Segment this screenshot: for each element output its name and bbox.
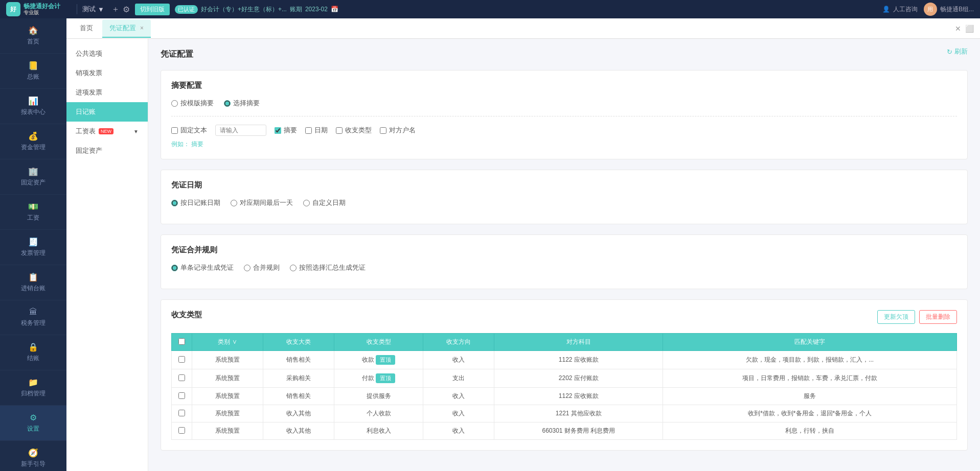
report-icon: 📊 xyxy=(28,96,38,106)
left-nav-fixed-asset[interactable]: 固定资产 xyxy=(66,141,148,160)
table-row: 系统预置 销售相关 收款 置顶 收入 1122 应收账款 欠款，现金，项目款，到… xyxy=(172,351,957,369)
sidebar-item-close[interactable]: 🔒 结账 xyxy=(0,335,66,370)
radio-select[interactable]: 选择摘要 xyxy=(224,99,260,108)
content-area: 首页 凭证配置 × ✕ ⬜ 公共选项 销项发票 进项发 xyxy=(66,18,980,471)
sidebar-item-guide[interactable]: 🧭 新手引导 xyxy=(0,441,66,471)
archive-icon: 📁 xyxy=(28,378,38,387)
left-nav-public[interactable]: 公共选项 xyxy=(66,44,148,63)
sidebar-item-purchase[interactable]: 📋 进销台账 xyxy=(0,265,66,300)
radio-merge-input[interactable] xyxy=(244,265,250,271)
radio-merge[interactable]: 合并规则 xyxy=(244,263,280,272)
left-nav-payroll[interactable]: 工资表 NEW ▼ xyxy=(66,122,148,141)
top-tag-btn[interactable]: 置顶 xyxy=(376,355,395,365)
row-checkbox[interactable] xyxy=(178,374,185,381)
company-selector[interactable]: 测试 ▼ xyxy=(82,5,104,14)
refresh-btn[interactable]: ↻ 刷新 xyxy=(947,47,968,56)
td-major: 销售相关 xyxy=(263,351,334,369)
left-nav-sales-label: 销项发票 xyxy=(76,68,102,78)
date-radio-group: 按日记账日期 对应期间最后一天 自定义日期 xyxy=(171,198,957,207)
radio-select-merge[interactable]: 按照选择汇总生成凭证 xyxy=(290,263,366,272)
user-menu[interactable]: 用 畅捷通B组... xyxy=(924,3,974,16)
row-checkbox[interactable] xyxy=(178,392,185,399)
cb-counterparty[interactable]: 对方户名 xyxy=(380,126,416,135)
th-type: 收支类型 xyxy=(334,334,423,351)
td-category: 系统预置 xyxy=(192,369,263,388)
cb-fixed-text-input[interactable] xyxy=(171,127,178,134)
calendar-icon[interactable]: 📅 xyxy=(331,6,338,13)
radio-template[interactable]: 按模版摘要 xyxy=(171,99,214,108)
td-subject: 660301 财务费用 利息费用 xyxy=(494,422,663,440)
td-keyword: 收到*借款，收到*备用金，退回*备用金，个人 xyxy=(663,405,957,422)
cb-summary-input[interactable] xyxy=(275,127,281,134)
fixed-text-input[interactable] xyxy=(215,125,266,136)
refresh-icon: ↻ xyxy=(947,48,952,56)
radio-select-input[interactable] xyxy=(224,100,231,107)
cb-type[interactable]: 收支类型 xyxy=(336,126,372,135)
row-checkbox[interactable] xyxy=(178,356,185,363)
sidebar-item-tax[interactable]: 🏛 税务管理 xyxy=(0,300,66,335)
sidebar-item-invoice[interactable]: 🧾 发票管理 xyxy=(0,230,66,265)
radio-custom-date-input[interactable] xyxy=(303,200,310,206)
income-expense-title: 收支类型 xyxy=(171,310,202,320)
radio-journal-date[interactable]: 按日记账日期 xyxy=(171,198,220,207)
sidebar-item-home[interactable]: 🏠 首页 xyxy=(0,18,66,54)
tab-home[interactable]: 首页 xyxy=(73,19,100,38)
window-maximize-btn[interactable]: ⬜ xyxy=(965,25,974,33)
tab-voucher-config[interactable]: 凭证配置 × xyxy=(102,19,151,38)
help-btn[interactable]: 👤 人工咨询 xyxy=(882,5,918,14)
top-tag-btn[interactable]: 置顶 xyxy=(376,373,395,383)
th-major: 收支大类 xyxy=(263,334,334,351)
cb-summary[interactable]: 摘要 xyxy=(275,126,297,135)
sidebar-item-ledger[interactable]: 📒 总账 xyxy=(0,54,66,89)
sidebar-item-asset[interactable]: 🏢 固定资产 xyxy=(0,159,66,195)
left-nav-journal[interactable]: 日记账 xyxy=(66,102,148,122)
summary-title: 摘要配置 xyxy=(171,81,957,90)
select-all-checkbox[interactable] xyxy=(178,338,185,345)
app-logo: 好 畅捷通好会计 专业版 xyxy=(6,2,72,16)
sidebar-item-settings[interactable]: ⚙ 设置 xyxy=(0,406,66,441)
radio-single[interactable]: 单条记录生成凭证 xyxy=(171,263,234,272)
sidebar-label-report: 报表中心 xyxy=(21,108,45,116)
table-row: 系统预置 销售相关 提供服务 收入 1122 应收账款 服务 xyxy=(172,388,957,405)
tab-close-icon[interactable]: × xyxy=(140,25,144,32)
cb-counterparty-input[interactable] xyxy=(380,127,386,134)
row-checkbox[interactable] xyxy=(178,410,185,416)
cb-type-input[interactable] xyxy=(336,127,343,134)
add-icon[interactable]: ＋ xyxy=(111,4,120,15)
sidebar-item-salary[interactable]: 💵 工资 xyxy=(0,195,66,230)
radio-template-input[interactable] xyxy=(171,100,178,107)
table-row: 系统预置 收入其他 利息收入 收入 660301 财务费用 利息费用 利息，行转… xyxy=(172,422,957,440)
help-label: 人工咨询 xyxy=(893,5,918,14)
switch-btn[interactable]: 切到旧版 xyxy=(135,4,170,15)
window-close-btn[interactable]: ✕ xyxy=(955,25,961,33)
delete-btn[interactable]: 批量删除 xyxy=(919,310,957,324)
left-nav-purchase-inv[interactable]: 进项发票 xyxy=(66,83,148,102)
td-keyword: 项目，日常费用，报销款，车费，承兑汇票，付款 xyxy=(663,369,957,388)
cb-date[interactable]: 日期 xyxy=(305,126,328,135)
left-nav-public-label: 公共选项 xyxy=(76,49,102,58)
row-checkbox[interactable] xyxy=(178,427,185,434)
refresh-label: 刷新 xyxy=(954,47,968,56)
cb-fixed-text[interactable]: 固定文本 xyxy=(171,126,207,135)
radio-single-input[interactable] xyxy=(171,265,178,271)
td-category: 系统预置 xyxy=(192,405,263,422)
radio-select-merge-input[interactable] xyxy=(290,265,297,271)
cb-date-input[interactable] xyxy=(305,127,312,134)
settings-icon[interactable]: ⚙ xyxy=(123,5,130,14)
period-value: 2023-02 xyxy=(305,6,328,13)
sidebar-item-fund[interactable]: 💰 资金管理 xyxy=(0,124,66,159)
sidebar-label-settings: 设置 xyxy=(27,425,39,433)
sidebar-item-archive[interactable]: 📁 归档管理 xyxy=(0,370,66,406)
sidebar-item-report[interactable]: 📊 报表中心 xyxy=(0,89,66,124)
left-nav-sales[interactable]: 销项发票 xyxy=(66,63,148,83)
summary-radio-group: 按模版摘要 选择摘要 xyxy=(171,99,957,108)
td-direction: 收入 xyxy=(423,405,494,422)
radio-period-last-input[interactable] xyxy=(231,200,237,206)
radio-period-last[interactable]: 对应期间最后一天 xyxy=(231,198,293,207)
radio-journal-date-input[interactable] xyxy=(171,200,178,206)
radio-custom-date[interactable]: 自定义日期 xyxy=(303,198,346,207)
sidebar-label-ledger: 总账 xyxy=(27,73,39,81)
merge-title: 凭证合并规则 xyxy=(171,245,957,255)
radio-select-merge-label: 按照选择汇总生成凭证 xyxy=(299,263,366,272)
update-btn[interactable]: 更新欠顶 xyxy=(877,310,915,324)
